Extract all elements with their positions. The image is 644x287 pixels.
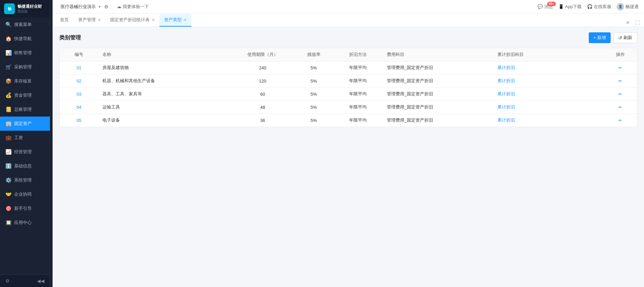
- sidebar-item-search[interactable]: 🔍 搜索菜单: [0, 18, 50, 32]
- message-icon: 💬: [538, 4, 543, 9]
- cell-name: 器具、工具、家具等: [98, 88, 231, 101]
- new-btn[interactable]: + 新增: [589, 32, 611, 43]
- col-id: 编号: [60, 48, 98, 61]
- cell-id: 03: [60, 88, 98, 101]
- app-download-btn[interactable]: 📱 App下载: [558, 4, 582, 10]
- online-service-btn[interactable]: 🎧 在线客服: [587, 4, 611, 10]
- message-btn[interactable]: 💬 消息 99: [538, 4, 553, 10]
- sidebar-item-sales[interactable]: 📊 销售管理: [0, 46, 50, 60]
- edit-icon[interactable]: ✏: [618, 92, 622, 97]
- gear-icon[interactable]: ⚙: [104, 4, 109, 9]
- tab-asset-mgmt-label: 资产管理: [78, 17, 96, 23]
- sidebar-item-label: 采购管理: [14, 64, 32, 70]
- app-version: 普及版: [18, 9, 42, 13]
- sidebar-item-label: 总账管理: [14, 106, 32, 113]
- cell-expense: 管理费用_固定资产折旧: [383, 114, 493, 127]
- table-row: 04 运输工具 48 5% 年限平均 管理费用_固定资产折旧 累计折旧 ✏: [60, 101, 637, 114]
- edit-icon[interactable]: ✏: [618, 65, 622, 70]
- message-badge: 99: [547, 2, 556, 6]
- edit-icon[interactable]: ✏: [618, 78, 622, 84]
- cloud-icon: ☁: [117, 4, 121, 9]
- tab-home[interactable]: 首页: [55, 14, 73, 27]
- purchase-icon: 🛒: [5, 64, 11, 70]
- cell-period: 120: [231, 74, 295, 88]
- system-icon: ⚙️: [5, 177, 11, 183]
- sidebar-item-operations[interactable]: 📈 经营管理: [0, 145, 50, 159]
- sidebar-item-payroll[interactable]: 💼 工资: [0, 131, 50, 145]
- col-method: 折旧方法: [333, 48, 383, 61]
- close-all-tabs-icon[interactable]: ✕: [624, 19, 631, 27]
- sidebar-item-label: 新手引导: [14, 205, 32, 212]
- app-name: 畅捷通好业财: [18, 4, 42, 9]
- inventory-icon: 📦: [5, 78, 11, 84]
- sidebar-item-appcentre[interactable]: 🔲 应用中心: [0, 216, 50, 230]
- cell-accum: 累计折旧: [493, 114, 604, 127]
- sidebar-item-label: 资金管理: [14, 92, 32, 98]
- sidebar-item-inventory[interactable]: 📦 库存核算: [0, 74, 50, 88]
- dropdown-icon: ▼: [98, 5, 101, 9]
- tab-close-asset-type[interactable]: ✕: [184, 18, 187, 22]
- cell-period: 60: [231, 88, 295, 101]
- cell-name: 运输工具: [98, 101, 231, 114]
- headset-icon: 🎧: [587, 4, 592, 9]
- sales-icon: 📊: [5, 50, 11, 56]
- username-label: 畅捷通: [625, 4, 639, 10]
- topbar-right: 💬 消息 99 📱 App下载 🎧 在线客服 👤 畅捷通: [538, 3, 639, 10]
- cell-period: 240: [231, 61, 295, 74]
- sidebar-item-label: 销售管理: [14, 50, 32, 56]
- experience-button[interactable]: ☁ 我要体验一下: [114, 4, 152, 10]
- workspace-selector[interactable]: 医疗器械行业演示 ▼: [58, 4, 104, 10]
- avatar-icon: 👤: [617, 3, 624, 10]
- tab-asset-type-label: 资产类型: [164, 17, 182, 23]
- tab-asset-type[interactable]: 资产类型 ✕: [159, 14, 191, 27]
- cell-id: 04: [60, 101, 98, 114]
- edit-icon[interactable]: ✏: [618, 105, 622, 110]
- edit-icon[interactable]: ✏: [618, 118, 622, 123]
- sidebar-item-guide[interactable]: 🎯 新手引导: [0, 201, 50, 216]
- sidebar-nav: 🔍 搜索菜单 🏠 快捷导航 📊 销售管理 🛒 采购管理 📦 库存核算 💰 资金管…: [0, 18, 50, 275]
- sidebar-item-label: 应用中心: [14, 220, 32, 226]
- sidebar-item-purchase[interactable]: 🛒 采购管理: [0, 60, 50, 74]
- tab-close-asset-mgmt[interactable]: ✕: [98, 18, 101, 22]
- settings-icon[interactable]: ⚙: [5, 278, 10, 284]
- category-table: 编号 名称 使用期限（月） 残值率 折旧方法 费用科目 累计折旧科目 操作 01…: [59, 48, 637, 127]
- capital-icon: 💰: [5, 92, 11, 98]
- refresh-btn[interactable]: ↺ 刷新: [613, 32, 637, 43]
- cell-method: 年限平均: [333, 114, 383, 127]
- home-icon: 🏠: [5, 36, 11, 42]
- cell-expense: 管理费用_固定资产折旧: [383, 101, 493, 114]
- refresh-icon: ↺: [618, 35, 622, 40]
- sidebar-item-system[interactable]: ⚙️ 系统管理: [0, 173, 50, 187]
- sidebar-item-quicknav[interactable]: 🏠 快捷导航: [0, 32, 50, 46]
- sidebar-item-fixed[interactable]: 🏢 固定资产: [0, 117, 50, 131]
- mobile-icon: 📱: [558, 4, 564, 9]
- topbar-divider: [111, 3, 112, 10]
- sidebar-item-basic[interactable]: ℹ️ 基础信息: [0, 159, 50, 173]
- sidebar-item-label: 固定资产: [14, 121, 32, 127]
- cell-method: 年限平均: [333, 88, 383, 101]
- workspace-name: 医疗器械行业演示: [61, 4, 96, 10]
- tab-asset-mgmt[interactable]: 资产管理 ✕: [73, 14, 105, 27]
- tab-close-depreciation[interactable]: ✕: [152, 18, 155, 22]
- cell-action: ✏: [604, 61, 637, 74]
- payroll-icon: 💼: [5, 135, 11, 141]
- cell-period: 36: [231, 114, 295, 127]
- search-icon: 🔍: [5, 22, 11, 28]
- tab-depreciation[interactable]: 固定资产折旧统计表 ✕: [105, 14, 159, 27]
- sidebar-item-capital[interactable]: 💰 资金管理: [0, 88, 50, 102]
- cell-residual: 5%: [295, 101, 333, 114]
- maximize-icon[interactable]: ⛶: [634, 19, 641, 27]
- cell-id: 05: [60, 114, 98, 127]
- cell-expense: 管理费用_固定资产折旧: [383, 61, 493, 74]
- guide-icon: 🎯: [5, 205, 11, 212]
- sidebar-item-label: 搜索菜单: [14, 22, 32, 28]
- cell-accum: 累计折旧: [493, 101, 604, 114]
- sidebar-item-ledger[interactable]: 📒 总账管理: [0, 102, 50, 117]
- table-row: 03 器具、工具、家具等 60 5% 年限平均 管理费用_固定资产折旧 累计折旧…: [60, 88, 637, 101]
- cell-id: 02: [60, 74, 98, 88]
- collapse-icon[interactable]: ◀◀: [37, 278, 44, 284]
- sidebar-item-cooperation[interactable]: 🤝 企业协同: [0, 187, 50, 201]
- col-period: 使用期限（月）: [231, 48, 295, 61]
- basic-icon: ℹ️: [5, 163, 11, 169]
- user-profile-btn[interactable]: 👤 畅捷通: [617, 3, 639, 10]
